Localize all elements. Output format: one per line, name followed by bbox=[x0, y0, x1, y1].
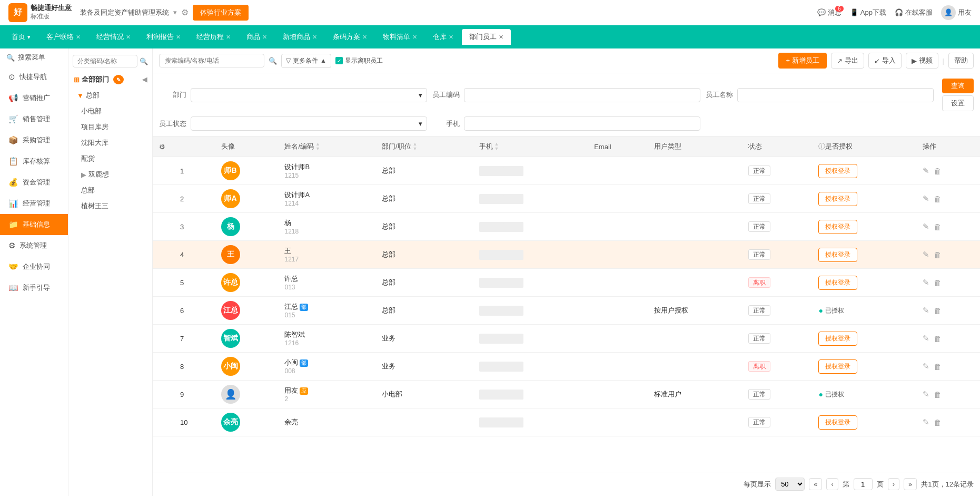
sidebar-item-purchase[interactable]: 📦采购管理 bbox=[0, 130, 68, 151]
sidebar-item-basic-info[interactable]: 📁基础信息 bbox=[0, 214, 68, 235]
tab-close-icon[interactable]: ✕ bbox=[262, 34, 267, 41]
reset-button[interactable]: 设置 bbox=[942, 95, 974, 111]
delete-icon[interactable]: 🗑 bbox=[934, 222, 942, 231]
delete-icon[interactable]: 🗑 bbox=[934, 334, 942, 343]
add-employee-button[interactable]: + 新增员工 bbox=[778, 53, 826, 69]
dropdown-arrow-icon[interactable]: ▾ bbox=[173, 8, 177, 16]
edit-icon[interactable]: ✎ bbox=[923, 194, 929, 203]
sidebar-item-system[interactable]: ⚙系统管理 bbox=[0, 235, 68, 256]
tab-close-icon[interactable]: ✕ bbox=[226, 34, 231, 41]
edit-icon[interactable]: ✎ bbox=[923, 417, 929, 427]
delete-icon[interactable]: 🗑 bbox=[934, 194, 942, 203]
nav-tab-商品[interactable]: 商品✕ bbox=[239, 29, 274, 45]
edit-icon[interactable]: ✎ bbox=[923, 250, 929, 259]
delete-icon[interactable]: 🗑 bbox=[934, 278, 942, 287]
th-dept[interactable]: 部门/职位 ▲▼ bbox=[375, 137, 473, 157]
dept-search-icon[interactable]: 🔍 bbox=[140, 57, 148, 65]
edit-icon[interactable]: ✎ bbox=[923, 306, 929, 315]
edit-icon[interactable]: ✎ bbox=[923, 362, 929, 371]
dept-search-input[interactable] bbox=[73, 55, 137, 67]
show-inactive-toggle[interactable]: ✓ 显示离职员工 bbox=[335, 56, 383, 65]
nav-tab-经营历程[interactable]: 经营历程✕ bbox=[189, 29, 238, 45]
nav-tab-首页[interactable]: 首页▾ bbox=[4, 29, 38, 45]
nav-tab-利润报告[interactable]: 利润报告✕ bbox=[139, 29, 188, 45]
dept-edit-icon[interactable]: ✎ bbox=[113, 75, 124, 84]
nav-tab-部门员工[interactable]: 部门员工✕ bbox=[462, 29, 511, 45]
edit-icon[interactable]: ✎ bbox=[923, 334, 929, 343]
dept-tree-item[interactable]: 沈阳大库 bbox=[68, 135, 152, 151]
sidebar-item-finance[interactable]: 💰资金管理 bbox=[0, 172, 68, 193]
tab-close-icon[interactable]: ✕ bbox=[126, 34, 131, 41]
sidebar-item-guide[interactable]: 📖新手引导 bbox=[0, 277, 68, 298]
auth-login-button[interactable]: 授权登录 bbox=[818, 248, 857, 262]
nav-tab-客户联络[interactable]: 客户联络✕ bbox=[39, 29, 88, 45]
delete-icon[interactable]: 🗑 bbox=[934, 167, 942, 176]
tab-close-icon[interactable]: ✕ bbox=[312, 34, 317, 41]
dept-tree-item[interactable]: ▶ 双鹿想 bbox=[68, 167, 152, 182]
auth-login-button[interactable]: 授权登录 bbox=[818, 192, 857, 206]
page-number-input[interactable] bbox=[854, 478, 873, 490]
auth-login-button[interactable]: 授权登录 bbox=[818, 276, 857, 290]
online-service-button[interactable]: 🎧 在线客服 bbox=[895, 8, 933, 17]
search-button[interactable]: 查询 bbox=[942, 79, 974, 93]
tab-close-icon[interactable]: ✕ bbox=[412, 34, 417, 41]
message-button[interactable]: 💬 6 消息 bbox=[817, 8, 842, 17]
more-filter-btn[interactable]: ▽ 更多条件 ▲ bbox=[281, 54, 331, 68]
dept-tree-item[interactable]: 总部 bbox=[68, 182, 152, 198]
edit-icon[interactable]: ✎ bbox=[923, 222, 929, 231]
tab-close-icon[interactable]: ✕ bbox=[449, 34, 453, 41]
delete-icon[interactable]: 🗑 bbox=[934, 390, 942, 399]
last-page-btn[interactable]: » bbox=[904, 478, 917, 490]
app-download-button[interactable]: 📱 App下载 bbox=[850, 8, 886, 17]
sidebar-item-collab[interactable]: 🤝企业协同 bbox=[0, 256, 68, 277]
delete-icon[interactable]: 🗑 bbox=[934, 418, 942, 427]
export-button[interactable]: ↗ 导出 bbox=[831, 53, 864, 69]
sidebar-item-sales[interactable]: 🛒销售管理 bbox=[0, 109, 68, 130]
auth-login-button[interactable]: 授权登录 bbox=[818, 220, 857, 234]
nav-tab-仓库[interactable]: 仓库✕ bbox=[425, 29, 461, 45]
dept-header[interactable]: ⊞ 全部部门 ✎ ◀ bbox=[68, 72, 152, 87]
dept-tree-item[interactable]: 植树王三 bbox=[68, 198, 152, 214]
delete-icon[interactable]: 🗑 bbox=[934, 250, 942, 259]
edit-icon[interactable]: ✎ bbox=[923, 166, 929, 176]
auth-login-button[interactable]: 授权登录 bbox=[818, 415, 857, 430]
import-button[interactable]: ↙ 导入 bbox=[868, 53, 902, 69]
user-menu[interactable]: 👤 用友 bbox=[941, 5, 972, 20]
info-icon[interactable]: ⓘ bbox=[818, 142, 825, 150]
auth-login-button[interactable]: 授权登录 bbox=[818, 164, 857, 178]
next-page-btn[interactable]: › bbox=[888, 478, 899, 490]
gear-icon[interactable]: ⚙ bbox=[181, 7, 189, 17]
nav-tab-新增商品[interactable]: 新增商品✕ bbox=[275, 29, 324, 45]
delete-icon[interactable]: 🗑 bbox=[934, 306, 942, 315]
sidebar-item-inventory[interactable]: 📋库存核算 bbox=[0, 151, 68, 172]
tab-close-icon[interactable]: ✕ bbox=[499, 34, 503, 41]
th-phone[interactable]: 手机 ▲▼ bbox=[473, 137, 588, 157]
phone-input[interactable] bbox=[464, 116, 700, 131]
delete-icon[interactable]: 🗑 bbox=[934, 362, 942, 371]
sidebar-search-btn[interactable]: 🔍 搜索菜单 bbox=[0, 48, 68, 66]
th-name[interactable]: 姓名/编码 ▲▼ bbox=[278, 137, 375, 157]
edit-icon[interactable]: ✎ bbox=[923, 390, 929, 399]
sidebar-item-marketing[interactable]: 📢营销推广 bbox=[0, 87, 68, 109]
dept-tree-item[interactable]: 项目库房 bbox=[68, 119, 152, 135]
dept-select[interactable]: ▾ bbox=[191, 88, 427, 102]
dept-tree-item[interactable]: ▼ 总部 bbox=[68, 87, 152, 103]
nav-tab-物料清单[interactable]: 物料清单✕ bbox=[375, 29, 424, 45]
prev-page-btn[interactable]: ‹ bbox=[826, 478, 838, 490]
filter-search-icon[interactable]: 🔍 bbox=[269, 57, 277, 65]
collapse-icon[interactable]: ◀ bbox=[142, 76, 147, 83]
dept-tree-item[interactable]: 小电部 bbox=[68, 103, 152, 119]
nav-tab-经营情况[interactable]: 经营情况✕ bbox=[89, 29, 138, 45]
auth-login-button[interactable]: 授权登录 bbox=[818, 332, 857, 346]
search-input[interactable] bbox=[159, 54, 264, 67]
dept-tree-item[interactable]: 配货 bbox=[68, 151, 152, 167]
tab-close-icon[interactable]: ✕ bbox=[76, 34, 81, 41]
emp-name-input[interactable] bbox=[737, 88, 934, 102]
sidebar-item-quick-nav[interactable]: ⊙快捷导航 bbox=[0, 66, 68, 87]
sidebar-item-operations[interactable]: 📊经营管理 bbox=[0, 193, 68, 214]
trial-button[interactable]: 体验行业方案 bbox=[193, 5, 249, 21]
th-gear[interactable]: ⚙ bbox=[153, 137, 174, 157]
view-button[interactable]: ▶ 视频 bbox=[906, 53, 938, 69]
emp-code-input[interactable] bbox=[464, 88, 700, 102]
nav-tab-条码方案[interactable]: 条码方案✕ bbox=[325, 29, 374, 45]
